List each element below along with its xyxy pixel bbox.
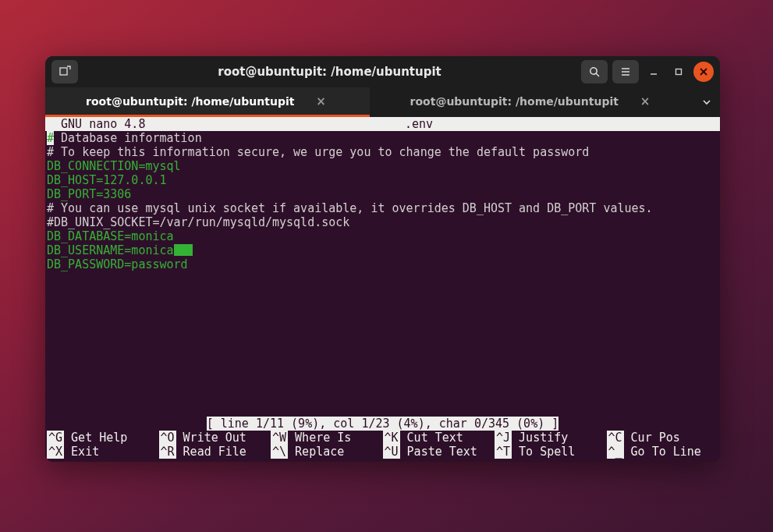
hamburger-icon — [619, 66, 632, 78]
svg-rect-0 — [60, 68, 67, 75]
search-button[interactable] — [581, 60, 608, 83]
editor-line: DB_PORT=3306 — [47, 187, 718, 201]
terminal-content[interactable]: GNU nano 4.8 .env # Database information… — [45, 117, 720, 462]
help-entry: ^C Cur Pos — [607, 431, 719, 445]
titlebar: root@ubuntupit: /home/ubuntupit — [45, 56, 720, 87]
nano-filename: .env — [405, 117, 433, 131]
nano-editor-body[interactable]: # Database information# To keep this inf… — [45, 131, 720, 417]
menu-button[interactable] — [612, 60, 639, 83]
maximize-icon — [674, 67, 683, 76]
editor-line: # You can use mysql unix socket if avail… — [47, 201, 718, 215]
tab-1[interactable]: root@ubuntupit: /home/ubuntupit × — [45, 87, 370, 117]
close-button[interactable] — [693, 62, 714, 82]
tabbar: root@ubuntupit: /home/ubuntupit × root@u… — [45, 87, 720, 117]
help-entry: ^\ Replace — [271, 445, 383, 459]
close-icon — [699, 67, 708, 76]
help-entry: ^X Exit — [47, 445, 159, 459]
minimize-icon — [649, 67, 658, 76]
help-entry: ^R Read File — [159, 445, 271, 459]
editor-line: # Database information — [47, 131, 718, 145]
help-entry: ^T To Spell — [495, 445, 607, 459]
help-entry: ^G Get Help — [47, 431, 159, 445]
terminal-window: root@ubuntupit: /home/ubuntupit — [45, 56, 720, 462]
help-entry: ^K Cut Text — [383, 431, 495, 445]
editor-line: DB_HOST=127.0.0.1 — [47, 173, 718, 187]
svg-rect-7 — [676, 69, 682, 75]
editor-line: DB_CONNECTION=mysql — [47, 159, 718, 173]
help-entry: ^O Write Out — [159, 431, 271, 445]
editor-line: #DB_UNIX_SOCKET=/var/run/mysqld/mysqld.s… — [47, 215, 718, 229]
nano-help-bar: ^G Get Help^O Write Out^W Where Is^K Cut… — [45, 431, 720, 462]
minimize-button[interactable] — [644, 62, 664, 82]
chevron-down-icon — [703, 98, 711, 106]
cursor — [174, 244, 193, 256]
help-entry: ^_ Go To Line — [607, 445, 719, 459]
svg-point-1 — [590, 68, 597, 74]
editor-line: DB_USERNAME=monica — [47, 243, 718, 257]
nano-app-name: GNU nano 4.8 — [47, 117, 145, 131]
tab-dropdown-button[interactable] — [693, 87, 720, 117]
tab-label: root@ubuntupit: /home/ubuntupit — [410, 95, 619, 108]
tab-close-button[interactable]: × — [637, 94, 653, 108]
editor-line: DB_PASSWORD=password — [47, 257, 718, 271]
new-tab-icon — [59, 66, 71, 78]
tab-close-button[interactable]: × — [313, 94, 328, 108]
editor-line: # To keep this information secure, we ur… — [47, 145, 718, 159]
tab-2[interactable]: root@ubuntupit: /home/ubuntupit × — [370, 87, 694, 117]
editor-line: DB_DATABASE=monica — [47, 229, 718, 243]
nano-status-line: [ line 1/11 (9%), col 1/23 (4%), char 0/… — [45, 417, 720, 431]
help-entry: ^U Paste Text — [383, 445, 495, 459]
nano-header: GNU nano 4.8 .env — [45, 117, 720, 131]
help-entry: ^W Where Is — [271, 431, 383, 445]
help-entry: ^J Justify — [495, 431, 607, 445]
maximize-button[interactable] — [668, 62, 689, 82]
search-icon — [588, 66, 601, 78]
svg-line-2 — [596, 73, 599, 76]
new-tab-button[interactable] — [51, 60, 78, 83]
window-title: root@ubuntupit: /home/ubuntupit — [78, 65, 581, 79]
tab-label: root@ubuntupit: /home/ubuntupit — [86, 95, 294, 108]
